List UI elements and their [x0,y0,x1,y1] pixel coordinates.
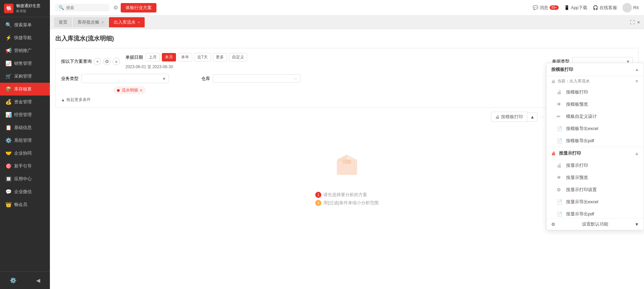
sidebar-item-apps[interactable]: 🔲 应用中心 [0,173,50,185]
header-controls: ⚙ 体验行业方案 [113,3,156,12]
sidebar-item-purchase[interactable]: 🛒 采购管理 [0,70,50,83]
sidebar-item-label: 快捷导航 [14,35,32,41]
sidebar-item-label: 企业协同 [14,150,32,156]
sidebar-item-label: 基础信息 [14,125,32,131]
sidebar-item-marketing[interactable]: 📢 营销推广 [0,44,50,57]
warehouse-label: 仓库 [201,76,210,82]
dropdown-item-template-print[interactable]: 🖨 按模板打印 [547,86,644,98]
dropdown-item-display-excel[interactable]: 📄 按显示导出excel [547,196,644,208]
dropdown-item-display-pdf[interactable]: 📄 按显示导出pdf [547,208,644,218]
gear-settings-icon[interactable]: ⚙ [113,4,118,11]
display-section-icon: 🖨 [551,151,556,156]
empty-illustration [330,146,364,186]
sidebar-item-sales[interactable]: 📈 销售管理 [0,57,50,70]
sidebar-bottom: ⚙️ ◀ [0,271,50,289]
tab-close-cashflow-icon[interactable]: × [138,20,140,24]
business-type-group: 业务类型 ▼ [61,74,169,83]
settings-bottom-icon[interactable]: ⚙️ [8,275,19,286]
search-icon: 🔍 [5,22,11,28]
date-btn-this-month[interactable]: 本月 [162,53,176,61]
sidebar-item-operation[interactable]: 📊 经营管理 [0,108,50,121]
tip-num-1: 1 [315,192,321,198]
sidebar-item-search[interactable]: 🔍 搜索菜单 [0,19,50,31]
sidebar-item-wechat[interactable]: 💬 企业微信 [0,185,50,198]
window-controls: ⛶ × [630,20,640,25]
print-dropdown-arrow-button[interactable]: ▲ [527,112,537,122]
sidebar-item-system[interactable]: ⚙️ 系统管理 [0,134,50,147]
dropdown-expand-icon: ▲ [635,67,639,72]
date-btn-last-month[interactable]: 上月 [146,53,160,61]
template-pdf-icon: 📄 [557,138,563,143]
dropdown-item-template-excel[interactable]: 📄 按模板导出excel [547,123,644,135]
date-btn-this-year[interactable]: 本年 [178,53,192,61]
flow-tag[interactable]: 流水明细 × [114,86,146,94]
filter-collapse-button[interactable]: « [113,58,120,65]
template-pdf-label: 按模板导出pdf [566,138,594,144]
sidebar-item-label: 经营管理 [14,112,32,118]
message-icon: 💬 [533,5,538,10]
dropdown-item-template-preview[interactable]: 👁 按模板预览 [547,98,644,110]
messages-button[interactable]: 💬 消息 99+ [533,5,559,11]
sidebar-item-label: 资金管理 [14,99,32,105]
dropdown-item-display-settings[interactable]: ⚙ 按显示打印设置 [547,184,644,196]
date-label: 单据日期 [125,54,143,60]
target-icon: 🎯 [5,163,11,169]
header-search-box[interactable]: 🔍 [55,4,109,11]
collapse-up-icon: ▲ [61,98,65,102]
dropdown-section-display-header[interactable]: 🖨 按显示打印 ▲ [547,147,644,159]
template-preview-label: 按模板预览 [566,101,588,107]
sidebar-item-basic[interactable]: 📋 基础信息 [0,121,50,134]
dropdown-item-template-custom[interactable]: ✏ 模板自定义设计 [547,110,644,123]
sidebar-item-cooperation[interactable]: 🤝 企业协同 [0,147,50,160]
sidebar-item-finance[interactable]: 💰 资金管理 [0,96,50,108]
close-window-icon[interactable]: × [637,20,640,25]
collapse-sidebar-button[interactable]: ◀ [34,275,42,286]
online-service-button[interactable]: 🎧 在线客服 [593,5,617,11]
sidebar-item-label: 新手引导 [14,163,32,169]
dropdown-item-display-print[interactable]: 🖨 按显示打印 [547,159,644,172]
display-pdf-icon: 📄 [557,211,563,217]
tab-home[interactable]: 首页 [54,17,72,27]
sidebar-item-quick-nav[interactable]: ⚡ 快捷导航 [0,31,50,44]
user-profile-button[interactable]: Rit [622,3,639,12]
date-btn-custom[interactable]: 自定义 [229,53,247,61]
display-settings-label: 按显示打印设置 [566,187,597,193]
display-section-arrow: ▲ [635,151,639,156]
flow-tag-dot [117,89,120,92]
filter-settings-button[interactable]: ⚙ [103,58,111,65]
tabs-bar: 首页 库存批次账 × 出入库流水 × ⛶ × [50,16,644,29]
display-excel-label: 按显示导出excel [566,199,598,205]
toolbar-separator: ··· [540,114,544,120]
chart-icon: 📈 [5,60,11,67]
dropdown-item-template-pdf[interactable]: 📄 按模板导出pdf [547,135,644,147]
flow-tag-close[interactable]: × [140,88,142,93]
date-btn-more[interactable]: 更多 [213,53,227,61]
phone-icon: 📱 [564,5,569,10]
sidebar-item-label: 企业微信 [14,189,32,195]
dropdown-item-display-preview[interactable]: 👁 按显示预览 [547,172,644,184]
sidebar-item-label: 采购管理 [14,73,32,79]
sidebar-item-guide[interactable]: 🎯 新手引导 [0,160,50,173]
flow-tag-label: 流水明细 [122,87,138,93]
tab-inventory-batch[interactable]: 库存批次账 × [73,17,108,27]
display-preview-icon: 👁 [557,175,563,180]
display-pdf-label: 按显示导出pdf [566,211,594,217]
app-download-button[interactable]: 📱 App下载 [564,5,587,11]
industry-solution-button[interactable]: 体验行业方案 [121,3,156,12]
search-input[interactable] [66,5,106,10]
sidebar-item-member[interactable]: 👑 畅会员 [0,198,50,211]
template-print-label: 按模板打印 [566,89,588,95]
sidebar-item-inventory[interactable]: 📦 库存核算 [0,83,50,96]
maximize-icon[interactable]: ⛶ [630,20,635,25]
tab-close-inventory-icon[interactable]: × [101,20,104,24]
add-filter-button[interactable]: + [94,58,101,65]
tab-home-label: 首页 [59,19,67,25]
template-preview-icon: 👁 [557,102,563,107]
print-template-button[interactable]: 🖨 按模板打印 [491,112,527,122]
footer-arrow-icon: ▼ [635,222,639,227]
tab-cash-flow[interactable]: 出入库流水 × [109,17,144,27]
warehouse-select-area[interactable]: ··· [213,74,300,83]
date-btn-last-7-days[interactable]: 近7天 [194,53,211,61]
business-type-select[interactable] [81,74,169,83]
dropdown-footer-settings[interactable]: ⚙ 设置默认功能 ▼ [547,218,644,230]
